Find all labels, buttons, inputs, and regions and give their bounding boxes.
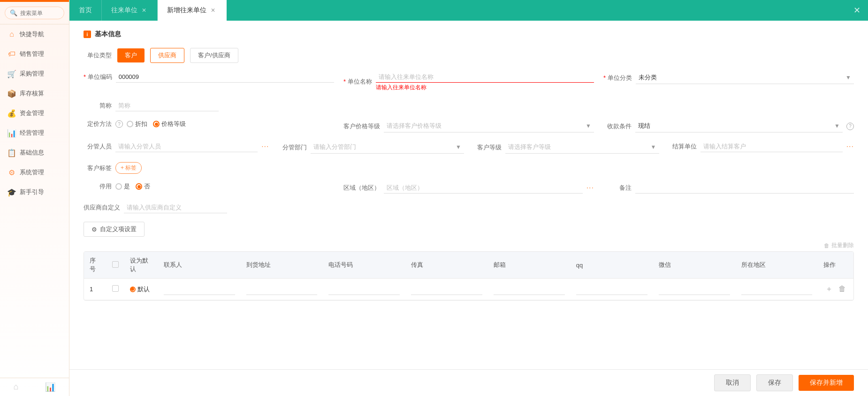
row-area-input[interactable] [741,284,813,295]
row-fax-input[interactable] [411,284,482,295]
supplier-custom-row: 供应商自定义 [84,202,854,213]
payment-terms-group: 收款条件 现结 ▼ ? [603,120,854,132]
short-name-group: 简称 [84,100,854,111]
sidebar-item-quicknav[interactable]: ⌂ 快捷导航 [0,24,69,44]
sidebar-label-basic: 基础信息 [20,148,44,157]
cell-contact[interactable] [158,279,241,300]
row-address-input[interactable] [246,284,318,295]
department-select[interactable]: 请输入分管部门 ▼ [311,141,464,154]
sidebar: 🔍 ⌂ 快捷导航 🏷 销售管理 🛒 采购管理 📦 库存核算 💰 资金管理 📊 经… [0,0,69,396]
pricing-method-group: 定价方法 ? 折扣 价格等级 [84,120,334,128]
payment-terms-arrow: ▼ [834,123,840,129]
supplier-custom-input[interactable] [124,202,227,213]
manager-input[interactable] [115,141,258,152]
row-email-input[interactable] [494,284,565,295]
col-default: 设为默认 [124,252,158,279]
save-button[interactable]: 保存 [756,374,793,391]
disabled-group: 停用 是 否 [84,182,334,191]
payment-terms-select[interactable]: 现结 ▼ [635,120,843,132]
tab-new-partner[interactable]: 新增往来单位 ✕ [158,0,227,21]
custom-settings-button[interactable]: ⚙ 自定义项设置 [84,222,145,237]
cell-qq[interactable] [571,279,653,300]
sidebar-item-sales[interactable]: 🏷 销售管理 [0,44,69,64]
cell-wechat[interactable] [653,279,736,300]
sidebar-item-finance[interactable]: 💰 资金管理 [0,103,69,123]
row-checkbox[interactable] [112,285,119,292]
batch-delete-label[interactable]: 批量删除 [831,241,854,249]
settlement-unit-input[interactable] [700,141,843,152]
sidebar-item-system[interactable]: ⚙ 系统管理 [0,163,69,182]
cell-fax[interactable] [405,279,488,300]
row-wechat-input[interactable] [659,284,730,295]
tab-home[interactable]: 首页 [69,0,102,21]
radio-yes[interactable]: 是 [115,182,130,191]
table-row: 1 默认 [84,279,853,300]
row-qq-input[interactable] [576,284,647,295]
manager-group: 分管人员 ··· [84,141,269,152]
region-input[interactable] [384,182,583,194]
manager-more-btn[interactable]: ··· [261,142,269,151]
radio-price-level-circle [153,121,160,127]
cancel-button[interactable]: 取消 [714,374,751,391]
main-area: 首页 往来单位 ✕ 新增往来单位 ✕ ✕ i 基本信息 单位类型 客户 供应商 … [69,0,868,396]
radio-no[interactable]: 否 [136,182,150,191]
customer-price-level-select[interactable]: 请选择客户价格等级 ▼ [384,120,594,132]
cell-seq: 1 [84,279,107,300]
cell-phone[interactable] [323,279,405,300]
radio-discount[interactable]: 折扣 [127,120,147,128]
tab-partners-close[interactable]: ✕ [140,7,148,14]
customer-level-select[interactable]: 请选择客户等级 ▼ [505,141,659,154]
save-new-button[interactable]: 保存并新增 [799,375,854,391]
remark-input[interactable] [635,182,854,194]
btn-supplier[interactable]: 供应商 [150,48,184,63]
unit-name-input[interactable] [376,71,594,83]
customer-level-label: 客户等级 [473,143,502,152]
radio-discount-circle [127,121,133,127]
customer-price-level-arrow: ▼ [586,123,591,129]
row-default-radio[interactable] [130,287,136,292]
sidebar-bottom-stats[interactable]: 📊 [45,382,55,392]
settlement-unit-more-btn[interactable]: ··· [846,142,854,151]
btn-customer[interactable]: 客户 [117,48,145,62]
sidebar-item-newbie[interactable]: 🎓 新手引导 [0,182,69,202]
row-add-btn[interactable]: ＋ [823,283,835,295]
sidebar-item-inventory[interactable]: 📦 库存核算 [0,84,69,103]
basic-icon: 📋 [8,148,16,157]
customer-price-level-group: 客户价格等级 请选择客户价格等级 ▼ [343,120,594,132]
row-contact-input[interactable] [164,284,235,295]
col-fax: 传真 [405,252,488,279]
add-tag-button[interactable]: + 标签 [115,162,142,174]
cell-address[interactable] [241,279,323,300]
short-name-input[interactable] [115,100,219,111]
tab-new-partner-label: 新增往来单位 [167,6,206,15]
search-box[interactable]: 🔍 [5,7,64,19]
region-more-btn[interactable]: ··· [586,184,594,192]
tab-new-partner-close[interactable]: ✕ [209,7,217,14]
unit-name-input-wrapper: 请输入往来单位名称 [376,71,594,92]
custom-settings-label: 自定义项设置 [100,225,137,233]
home-icon: ⌂ [8,30,16,39]
radio-price-level[interactable]: 价格等级 [153,120,186,128]
payment-terms-info-icon[interactable]: ? [846,123,854,130]
row-delete-btn[interactable]: 🗑 [837,284,848,294]
sidebar-label-sales: 销售管理 [20,50,44,58]
search-input[interactable] [20,10,58,16]
unit-category-select[interactable]: 未分类 ▼ [636,71,854,84]
btn-customer-supplier[interactable]: 客户/供应商 [190,48,238,63]
sidebar-item-basic[interactable]: 📋 基础信息 [0,143,69,163]
cell-email[interactable] [488,279,571,300]
sidebar-item-operations[interactable]: 📊 经营管理 [0,123,69,143]
sidebar-bottom-home[interactable]: ⌂ [14,382,19,392]
sidebar-item-purchase[interactable]: 🛒 采购管理 [0,64,69,84]
tab-partners[interactable]: 往来单位 ✕ [102,0,158,21]
header-checkbox[interactable] [112,261,119,268]
tab-bar-close[interactable]: ✕ [853,5,860,16]
sidebar-label-purchase: 采购管理 [20,70,44,78]
cell-area[interactable] [736,279,818,300]
unit-code-input[interactable] [116,71,334,83]
row-phone-input[interactable] [328,284,400,295]
pricing-info-icon[interactable]: ? [115,120,123,128]
unit-name-label: 单位名称 [343,78,372,86]
col-qq: qq [571,252,653,279]
batch-delete-icon: 🗑 [824,242,830,249]
